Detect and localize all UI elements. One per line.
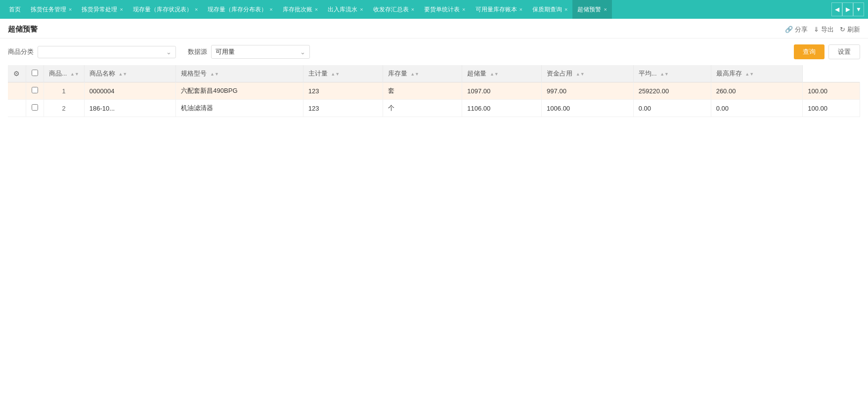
refresh-button[interactable]: ↻ 刷新	[840, 25, 860, 34]
row-settings-1	[8, 100, 26, 117]
row-checkbox-cell-1	[26, 100, 43, 117]
table-settings-icon[interactable]: ⚙	[13, 70, 20, 78]
row-code-0: 0000004	[84, 82, 176, 100]
filter-area: 商品分类 ⌄ 数据源 可用量 ⌄ 查询 设置	[0, 39, 868, 65]
row-excess-0: 997.00	[542, 82, 634, 100]
datasource-select[interactable]: 可用量 ⌄	[211, 45, 310, 59]
nav-tab-2[interactable]: 现存量（库存状况表） ×	[128, 0, 203, 19]
nav-tab-7[interactable]: 要货单统计表 ×	[419, 0, 470, 19]
top-navigation: 首页 拣货任务管理 × 拣货异常处理 × 现存量（库存状况表） × 现存量（库存…	[0, 0, 868, 19]
row-code-1: 186-10...	[84, 100, 176, 117]
table-row: 2 186-10... 机油滤清器 123 个 1106.00 1006.00 …	[8, 100, 860, 117]
data-table: ⚙ 商品... ▲▼ 商品名称 ▲▼ 规格型号 ▲▼	[8, 65, 860, 117]
nav-tab-9[interactable]: 保质期查询 ×	[527, 0, 572, 19]
row-capital-0: 259220.00	[633, 82, 711, 100]
share-icon: 🔗	[785, 26, 793, 33]
tab-menu-button[interactable]: ▼	[853, 2, 864, 16]
close-tab-4-icon[interactable]: ×	[315, 6, 318, 12]
th-settings: ⚙	[8, 65, 26, 82]
refresh-icon: ↻	[840, 26, 845, 33]
row-max-1: 100.00	[803, 100, 860, 117]
row-spec-1: 123	[303, 100, 383, 117]
row-excess-1: 1006.00	[542, 100, 634, 117]
sort-excess-icon[interactable]: ▲▼	[490, 72, 499, 77]
share-button[interactable]: 🔗 分享	[785, 25, 808, 34]
row-stock-1: 1106.00	[462, 100, 542, 117]
th-avg: 平均... ▲▼	[633, 65, 711, 82]
tab-next-button[interactable]: ▶	[842, 2, 853, 16]
tab-prev-button[interactable]: ◀	[831, 2, 842, 16]
sort-capital-icon[interactable]: ▲▼	[576, 72, 585, 77]
th-max: 最高库存 ▲▼	[711, 65, 803, 82]
row-capital-1: 0.00	[633, 100, 711, 117]
nav-tab-0[interactable]: 拣货任务管理 ×	[26, 0, 77, 19]
category-label: 商品分类	[8, 47, 34, 56]
row-name-1: 机油滤清器	[176, 100, 303, 117]
header-actions: 🔗 分享 ⇓ 导出 ↻ 刷新	[785, 25, 860, 34]
query-button[interactable]: 查询	[794, 44, 825, 59]
row-unit-1: 个	[383, 100, 462, 117]
nav-tab-8[interactable]: 可用量库存账本 ×	[471, 0, 527, 19]
select-all-checkbox[interactable]	[32, 70, 38, 76]
row-checkbox-0[interactable]	[32, 87, 38, 93]
close-tab-0-icon[interactable]: ×	[69, 6, 72, 12]
th-name: 商品名称 ▲▼	[84, 65, 176, 82]
th-capital: 资金占用 ▲▼	[542, 65, 634, 82]
close-tab-8-icon[interactable]: ×	[520, 6, 522, 12]
page-content: 超储预警 🔗 分享 ⇓ 导出 ↻ 刷新 商品分类 ⌄ 数据源	[0, 19, 868, 395]
settings-button[interactable]: 设置	[828, 44, 860, 59]
row-avg-0: 260.00	[711, 82, 803, 100]
datasource-value: 可用量	[216, 47, 235, 56]
nav-tab-5[interactable]: 出入库流水 ×	[323, 0, 368, 19]
sort-max-icon[interactable]: ▲▼	[745, 72, 754, 77]
row-checkbox-cell-0	[26, 82, 43, 100]
close-tab-2-icon[interactable]: ×	[195, 6, 198, 12]
sort-stock-icon[interactable]: ▲▼	[410, 72, 419, 77]
page-header: 超储预警 🔗 分享 ⇓ 导出 ↻ 刷新	[0, 19, 868, 39]
th-stock: 库存量 ▲▼	[383, 65, 462, 82]
close-tab-5-icon[interactable]: ×	[360, 6, 363, 12]
sort-spec-icon[interactable]: ▲▼	[210, 72, 219, 77]
datasource-dropdown-icon: ⌄	[300, 48, 305, 56]
nav-home[interactable]: 首页	[4, 0, 26, 19]
row-num-1: 2	[43, 100, 84, 117]
close-tab-3-icon[interactable]: ×	[269, 6, 272, 12]
th-excess: 超储量 ▲▼	[462, 65, 542, 82]
export-button[interactable]: ⇓ 导出	[814, 25, 834, 34]
table-row: 1 0000004 六配套新昌490BPG 123 套 1097.00 997.…	[8, 82, 860, 100]
row-avg-1: 0.00	[711, 100, 803, 117]
tab-navigation-arrows: ◀ ▶ ▼	[831, 2, 864, 16]
sort-code-icon[interactable]: ▲▼	[70, 72, 79, 77]
close-tab-1-icon[interactable]: ×	[120, 6, 123, 12]
filter-actions: 查询 设置	[794, 44, 860, 59]
row-max-0: 100.00	[803, 82, 860, 100]
category-select[interactable]: ⌄	[38, 46, 176, 58]
th-code: 商品... ▲▼	[43, 65, 84, 82]
nav-tab-6[interactable]: 收发存汇总表 ×	[368, 0, 419, 19]
sort-name-icon[interactable]: ▲▼	[118, 72, 127, 77]
nav-tab-10[interactable]: 超储预警 ×	[572, 0, 611, 19]
close-tab-9-icon[interactable]: ×	[564, 6, 567, 12]
row-name-0: 六配套新昌490BPG	[176, 82, 303, 100]
row-unit-0: 套	[383, 82, 462, 100]
category-filter: 商品分类 ⌄	[8, 46, 176, 58]
th-spec: 规格型号 ▲▼	[176, 65, 303, 82]
datasource-label: 数据源	[188, 47, 207, 56]
row-num-0: 1	[43, 82, 84, 100]
nav-tab-1[interactable]: 拣货异常处理 ×	[77, 0, 128, 19]
th-checkbox	[26, 65, 43, 82]
sort-avg-icon[interactable]: ▲▼	[660, 72, 669, 77]
export-icon: ⇓	[814, 26, 819, 33]
sort-unit-icon[interactable]: ▲▼	[331, 72, 340, 77]
nav-tab-4[interactable]: 库存批次账 ×	[278, 0, 323, 19]
th-unit: 主计量 ▲▼	[303, 65, 383, 82]
close-tab-10-icon[interactable]: ×	[604, 6, 607, 12]
row-checkbox-1[interactable]	[32, 104, 38, 111]
row-spec-0: 123	[303, 82, 383, 100]
datasource-filter: 数据源 可用量 ⌄	[188, 45, 310, 59]
nav-tab-3[interactable]: 现存量（库存分布表） ×	[203, 0, 277, 19]
table-header-row: ⚙ 商品... ▲▼ 商品名称 ▲▼ 规格型号 ▲▼	[8, 65, 860, 82]
close-tab-6-icon[interactable]: ×	[411, 6, 414, 12]
close-tab-7-icon[interactable]: ×	[462, 6, 465, 12]
category-dropdown-icon: ⌄	[166, 48, 172, 56]
